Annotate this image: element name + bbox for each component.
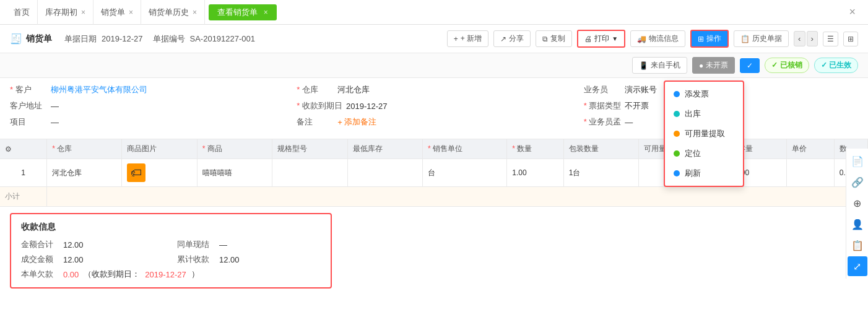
- nav-arrows: ‹ ›: [794, 31, 818, 46]
- arrears-note: （收款到期日：: [84, 269, 140, 280]
- window-close-button[interactable]: ×: [843, 6, 862, 19]
- copy-button[interactable]: ⧉ 复制: [536, 30, 572, 47]
- not-opened-button[interactable]: ● 未开票: [692, 57, 735, 74]
- same-bill-row: 同单现结 —: [177, 239, 321, 250]
- toolbar-row: 📱 来自手机 ● 未开票 ✓ ✓ 已核销 ✓ 已生效: [0, 53, 868, 78]
- row-spec: [272, 159, 347, 187]
- ops-icon: ⊞: [698, 35, 704, 43]
- row-min-stock: [347, 159, 422, 187]
- logistics-button[interactable]: 🚚 物流信息: [630, 30, 685, 47]
- history-button[interactable]: 📋 历史单据: [734, 30, 789, 47]
- tab-view-sales[interactable]: 查看销货单 ×: [209, 4, 277, 20]
- doc-title-text: 销货单: [26, 33, 52, 45]
- share-button[interactable]: ↗ 分享: [493, 30, 531, 47]
- arrears-row: 本单欠款 0.00 （收款到期日： 2019-12-27 ）: [21, 269, 321, 280]
- tab-sales[interactable]: 销货单 ×: [93, 0, 141, 25]
- note-label: 备注: [297, 116, 334, 128]
- nav-next[interactable]: ›: [807, 31, 818, 46]
- doc-date-label: 单据日期 2019-12-27: [64, 33, 143, 45]
- arrears-value: 0.00: [63, 270, 79, 279]
- warehouse-field: 仓库 河北仓库: [297, 84, 571, 95]
- deal-amount-value: 12.00: [63, 255, 84, 264]
- ticket-type-value: 不开票: [625, 100, 649, 111]
- outbound-dot: [674, 111, 680, 117]
- customer-value[interactable]: 柳州粤港平安气体有限公司: [51, 84, 147, 95]
- right-tools-panel: 📄 🔗 ⊕ 👤 📋 ⤢: [846, 149, 868, 279]
- deal-amount-row: 成交金额 12.00: [21, 254, 165, 265]
- refresh-item[interactable]: 刷新: [665, 163, 743, 183]
- doc-meta: 单据日期 2019-12-27 单据编号 SA-20191227-001: [64, 33, 255, 45]
- arrears-label: 本单欠款: [21, 269, 58, 280]
- payment-date-label: 收款到期日: [297, 100, 342, 111]
- tab-home[interactable]: 首页: [6, 0, 38, 25]
- address-field: 客户地址 —: [10, 100, 284, 111]
- th-pack-qty: 包装数量: [563, 139, 638, 159]
- doc-title-group: 🧾 销货单: [10, 33, 52, 45]
- operations-dropdown: 添发票 出库 可用量提取 定位 刷新: [664, 80, 744, 187]
- subtotal-values: [47, 187, 868, 207]
- from-phone-button[interactable]: 📱 来自手机: [632, 57, 687, 74]
- history-icon: 📋: [740, 35, 750, 43]
- staff-value: 演示账号: [625, 84, 657, 95]
- same-bill-label: 同单现结: [177, 239, 214, 250]
- row-no: 1: [0, 159, 47, 187]
- view-toggle-grid[interactable]: ⊞: [843, 32, 858, 46]
- th-product: 商品: [197, 139, 272, 159]
- th-min-stock: 最低库存: [347, 139, 422, 159]
- add-note-button[interactable]: + 添加备注: [337, 116, 376, 128]
- staff-label: 业务员: [584, 84, 621, 95]
- ticket-type-label: 票据类型: [584, 100, 622, 111]
- cumulative-row: 累计收款 12.00: [177, 254, 321, 265]
- tab-inventory[interactable]: 库存期初 ×: [38, 0, 93, 25]
- tab-view-sales-close[interactable]: ×: [264, 8, 268, 17]
- doc-number-label: 单据编号 SA-20191227-001: [153, 33, 256, 45]
- row-pack-qty: 1台: [563, 159, 638, 187]
- amount-total-label: 金额合计: [21, 239, 58, 250]
- payment-title: 收款信息: [21, 222, 321, 233]
- settings-icon[interactable]: ⚙: [5, 145, 12, 154]
- copy-icon: ⧉: [542, 35, 548, 43]
- customer-field: 客户 柳州粤港平安气体有限公司: [10, 84, 284, 95]
- tab-inventory-close[interactable]: ×: [81, 8, 85, 17]
- right-tool-clipboard[interactable]: 📋: [848, 235, 867, 255]
- amount-total-value: 12.00: [63, 240, 84, 250]
- nav-prev[interactable]: ‹: [794, 31, 805, 46]
- right-tool-expand[interactable]: ⤢: [848, 256, 867, 276]
- address-value: —: [51, 102, 59, 111]
- tab-sales-label: 销货单: [101, 7, 125, 18]
- cumulative-label: 累计收款: [177, 254, 214, 265]
- th-product-img: 商品图片: [122, 139, 197, 159]
- view-toggle-list[interactable]: ☰: [823, 32, 838, 46]
- locate-label: 定位: [685, 148, 701, 159]
- arrears-end: ）: [191, 269, 199, 280]
- check-effective-icon: ✓: [821, 61, 827, 69]
- confirm-button-1[interactable]: ✓: [740, 58, 760, 73]
- th-warehouse: 仓库: [47, 139, 122, 159]
- print-dropdown-arrow: ▼: [612, 35, 618, 42]
- add-invoice-dot: [674, 91, 680, 97]
- refresh-dot: [674, 170, 680, 176]
- row-price: [787, 159, 835, 187]
- add-invoice-item[interactable]: 添发票: [665, 84, 743, 104]
- right-tool-doc[interactable]: 📄: [848, 151, 867, 171]
- print-button[interactable]: 🖨 打印 ▼: [577, 30, 625, 48]
- locate-item[interactable]: 定位: [665, 144, 743, 163]
- deal-amount-label: 成交金额: [21, 254, 58, 265]
- right-tool-link[interactable]: 🔗: [848, 172, 867, 192]
- operations-button[interactable]: ⊞ 操作: [690, 30, 729, 48]
- available-extract-item[interactable]: 可用量提取: [665, 124, 743, 144]
- tab-sales-history-close[interactable]: ×: [193, 8, 197, 17]
- share-icon: ↗: [500, 35, 506, 43]
- tab-bar: 首页 库存期初 × 销货单 × 销货单历史 × 查看销货单 × ×: [0, 0, 868, 25]
- warehouse-label: 仓库: [297, 84, 334, 95]
- row-qty: 1.00: [507, 159, 564, 187]
- outbound-item[interactable]: 出库: [665, 104, 743, 124]
- right-tool-plus[interactable]: ⊕: [848, 193, 867, 213]
- right-tool-user[interactable]: 👤: [848, 214, 867, 234]
- tab-sales-close[interactable]: ×: [129, 8, 133, 17]
- new-button[interactable]: + + 新增: [447, 30, 488, 47]
- customer-label: 客户: [10, 84, 47, 95]
- tab-sales-history[interactable]: 销货单历史 ×: [141, 0, 205, 25]
- outbound-label: 出库: [685, 108, 701, 119]
- th-gear: ⚙: [0, 139, 47, 159]
